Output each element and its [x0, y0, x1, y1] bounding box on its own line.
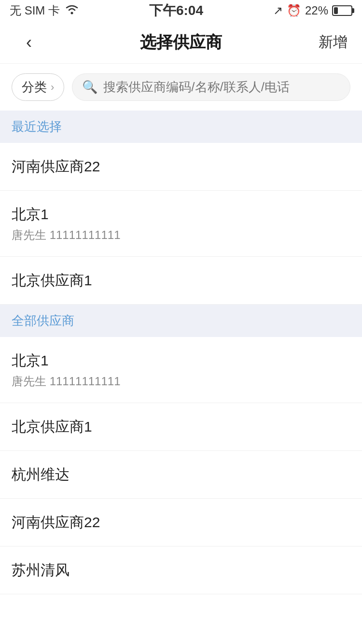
- nav-bar: ‹ 选择供应商 新增: [0, 21, 362, 64]
- item-name: 河南供应商22: [12, 512, 350, 532]
- item-name: 杭州维达: [12, 464, 350, 485]
- search-input[interactable]: [103, 80, 340, 95]
- battery-icon: [332, 5, 352, 16]
- list-item[interactable]: 河南供应商22: [0, 499, 362, 546]
- item-name: 北京供应商1: [12, 270, 350, 291]
- search-icon: 🔍: [82, 80, 97, 95]
- recent-items-list: 河南供应商22北京1唐先生 11111111111北京供应商1: [0, 143, 362, 305]
- alarm-icon: ⏰: [287, 4, 301, 17]
- wifi-icon: [65, 4, 79, 17]
- list-item[interactable]: 北京供应商1: [0, 403, 362, 451]
- search-input-wrapper[interactable]: 🔍: [72, 73, 350, 101]
- status-time: 下午6:04: [149, 1, 203, 20]
- list-item[interactable]: 北京供应商1: [0, 257, 362, 305]
- status-bar: 无 SIM 卡 下午6:04 ↗ ⏰ 22%: [0, 0, 362, 21]
- category-label: 分类: [22, 79, 47, 96]
- no-sim-label: 无 SIM 卡: [10, 3, 60, 18]
- item-name: 北京供应商1: [12, 417, 350, 437]
- list-item[interactable]: 苏州清风: [0, 546, 362, 594]
- item-sub: 唐先生 11111111111: [12, 227, 350, 243]
- chevron-right-icon: ›: [51, 81, 54, 94]
- back-button[interactable]: ‹: [14, 28, 43, 57]
- category-filter-button[interactable]: 分类 ›: [12, 73, 64, 101]
- page-title: 选择供应商: [140, 31, 222, 54]
- item-name: 苏州清风: [12, 560, 350, 580]
- list-item[interactable]: 河南供应商22: [0, 143, 362, 191]
- location-icon: ↗: [273, 4, 283, 17]
- item-sub: 唐先生 11111111111: [12, 374, 350, 389]
- item-name: 北京1: [12, 204, 350, 224]
- search-bar: 分类 › 🔍: [0, 64, 362, 111]
- recent-section-header: 最近选择: [0, 111, 362, 143]
- status-left: 无 SIM 卡: [10, 3, 79, 18]
- list-item[interactable]: 杭州维达: [0, 451, 362, 499]
- svg-point-0: [71, 12, 73, 14]
- item-name: 河南供应商22: [12, 156, 350, 177]
- list-item[interactable]: 北京1唐先生 11111111111: [0, 337, 362, 403]
- battery-percent: 22%: [305, 4, 328, 17]
- item-name: 北京1: [12, 350, 350, 371]
- all-section-header: 全部供应商: [0, 305, 362, 337]
- all-items-list: 北京1唐先生 11111111111北京供应商1杭州维达河南供应商22苏州清风: [0, 337, 362, 594]
- new-action-button[interactable]: 新增: [319, 32, 348, 52]
- status-right: ↗ ⏰ 22%: [273, 4, 352, 17]
- list-item[interactable]: 北京1唐先生 11111111111: [0, 191, 362, 257]
